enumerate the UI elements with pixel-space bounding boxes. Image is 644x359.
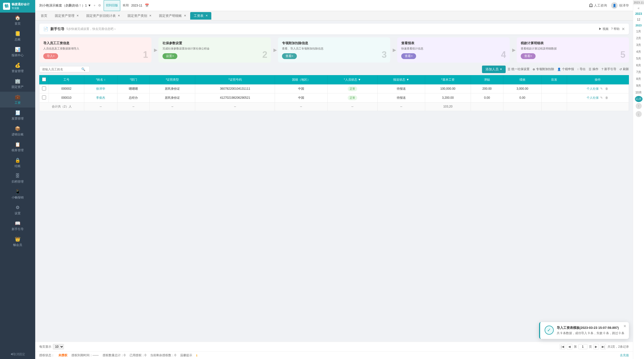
account-selector[interactable]: 刘小艳演示账套（勿删勿动！）1 ▼ xyxy=(39,3,91,8)
row1-id-type: 居民身份证 xyxy=(149,84,195,93)
month-3[interactable]: 3月 xyxy=(633,42,644,48)
step-2-btn[interactable]: 设置> xyxy=(163,53,177,59)
step-5-btn[interactable]: 查看> xyxy=(521,53,536,59)
sidebar-item-archive[interactable]: 🗄 归档管理 xyxy=(0,171,35,186)
row1-allowance: 200.00 xyxy=(471,84,503,93)
topbar-settings-icon[interactable]: ⚙ xyxy=(98,4,101,7)
month-4[interactable]: 4月 xyxy=(633,48,644,55)
intro-video-link[interactable]: ▶ 视频 xyxy=(599,27,609,31)
month-9[interactable]: 9月 xyxy=(633,82,644,89)
row2-delete-icon[interactable]: 🗑 xyxy=(605,96,608,99)
service-btn[interactable]: 🎧 人工咨询 xyxy=(589,3,607,8)
row2-edit-icon[interactable]: ✎ xyxy=(600,96,603,99)
sidebar-item-guide[interactable]: 📖 新手引导 xyxy=(0,218,35,234)
row2-insurance-link[interactable]: 个人社保 xyxy=(587,96,599,99)
row2-select[interactable] xyxy=(42,95,46,99)
nav-icon-1[interactable]: ↑ xyxy=(636,103,642,109)
sidebar-item-inventory[interactable]: 📦 进销台账 xyxy=(0,123,35,139)
step-4-btn[interactable]: 查看> xyxy=(401,53,416,59)
expand-panel-btn[interactable]: « xyxy=(637,5,641,11)
charge-link[interactable]: 去充值 xyxy=(620,353,629,357)
sidebar-pin-toggle[interactable]: ◀取消固定 xyxy=(0,350,35,359)
intro-close-btn[interactable]: ✕ xyxy=(622,27,625,31)
summary-dash-1: -- xyxy=(84,102,117,111)
month-8[interactable]: 8月 xyxy=(633,76,644,82)
row1-delete-icon[interactable]: 🗑 xyxy=(605,87,608,90)
year-label-main: 2023 xyxy=(635,11,642,17)
sidebar-item-ledger[interactable]: 📒 总账 xyxy=(0,28,35,44)
nav-icon-2[interactable]: ↓ xyxy=(636,111,642,117)
sidebar-item-tax[interactable]: 📋 税务管理 xyxy=(0,139,35,155)
tab-fixed-assets-close[interactable]: ✕ xyxy=(76,14,79,17)
tab-depreciation-close[interactable]: ✕ xyxy=(118,14,120,17)
tab-home[interactable]: 首页 xyxy=(37,12,51,20)
refresh-btn[interactable]: ↺ 刷新 xyxy=(619,67,629,71)
th-nationality: 国籍（地区） xyxy=(275,75,328,84)
sidebar-item-invoice[interactable]: 🧾 发票管理 xyxy=(0,108,35,123)
month-5[interactable]: 5月 xyxy=(633,55,644,62)
insurance-settings-btn[interactable]: ☰ 统一社保设置 xyxy=(508,67,530,71)
step-1-btn[interactable]: 导入> xyxy=(43,53,58,59)
select-all-checkbox[interactable] xyxy=(42,77,46,81)
content-area: 📄 新手引导 5步快速完成设置，快去完善信息吧～ ▶ 视频 ? 帮助 ✕ 导入员… xyxy=(35,21,633,342)
row1-select[interactable] xyxy=(42,86,46,90)
search-icon[interactable]: 🔍 xyxy=(81,67,85,71)
sidebar-item-finance[interactable]: 💰 资金管理 xyxy=(0,60,35,76)
help-label: 帮助 xyxy=(614,27,620,31)
add-employee-button[interactable]: 添加人员 ▼ xyxy=(482,66,506,73)
sidebar-item-fixed[interactable]: 🏢 固定资产 xyxy=(0,76,35,92)
tab-payroll-close[interactable]: ✕ xyxy=(206,14,208,17)
calendar-icon[interactable]: 📅 xyxy=(145,4,149,7)
tab-payroll[interactable]: 工资表 ✕ xyxy=(190,12,211,20)
logo-name: 畅捷通好会计 xyxy=(12,3,30,7)
prev-page-btn[interactable]: ◀ xyxy=(567,344,572,349)
step-cards: 导入员工工资信息 人员信息及工资数据新增导入 导入> 1 ▶ 社保参数设置 完成… xyxy=(39,37,629,63)
row2-name[interactable]: 李俊杰 xyxy=(84,93,117,102)
tab-category-close[interactable]: ✕ xyxy=(149,14,151,17)
toast-close-btn[interactable]: ✕ xyxy=(623,324,626,328)
tab-depreciation[interactable]: 固定资产折旧统计表 ✕ xyxy=(83,12,124,20)
special-deduct-label: 专项附加扣除 xyxy=(536,67,554,71)
month-2[interactable]: 2月 xyxy=(633,35,644,42)
tab-category[interactable]: 固定资产类别 ✕ xyxy=(124,12,155,20)
operations-btn[interactable]: ☰ 操作 xyxy=(589,67,598,71)
sidebar-item-report[interactable]: 📊 报表中心 xyxy=(0,44,35,60)
export-btn[interactable]: ↑ 导出 xyxy=(577,67,586,71)
last-page-btn[interactable]: ▶| xyxy=(600,344,606,349)
page-input[interactable] xyxy=(578,344,587,349)
sidebar-item-close[interactable]: 🔒 结账 xyxy=(0,155,35,171)
month-7[interactable]: 7月 xyxy=(633,69,644,76)
month-10[interactable]: 10月 xyxy=(633,89,644,96)
step-3-btn[interactable]: 查看> xyxy=(282,53,297,59)
row1-insurance-link[interactable]: 个人社保 xyxy=(587,87,599,90)
sidebar-label-payroll: 工资 xyxy=(15,101,21,105)
special-deduct-btn[interactable]: ⊕ 专项附加扣除 xyxy=(533,67,554,71)
search-input[interactable] xyxy=(42,68,80,71)
topbar-add-icon[interactable]: + xyxy=(94,4,96,7)
tab-detail-ledger-close[interactable]: ✕ xyxy=(184,14,186,17)
help-icon: ? xyxy=(611,27,613,31)
per-page-select[interactable]: 10 20 50 xyxy=(53,344,64,349)
th-id: 工号 xyxy=(49,75,84,84)
sidebar-item-home[interactable]: 🏠 首页 xyxy=(0,13,35,28)
month-1[interactable]: 1月 xyxy=(633,28,644,35)
tab-fixed-assets[interactable]: 固定资产管理 ✕ xyxy=(51,12,82,20)
sidebar-item-settings[interactable]: ⚙ 设置 xyxy=(0,202,35,218)
sidebar-item-member[interactable]: 👑 畅会员 xyxy=(0,234,35,250)
month-11-active[interactable]: 11月 xyxy=(635,96,642,102)
year-display: 2023.11 xyxy=(633,0,644,5)
tab-detail-ledger[interactable]: 固定资产明细账 ✕ xyxy=(155,12,190,20)
row1-name[interactable]: 徐泽华 xyxy=(84,84,117,93)
month-12-prev[interactable]: 12 xyxy=(633,17,644,23)
row1-edit-icon[interactable]: ✎ xyxy=(600,87,603,90)
sidebar-item-payroll[interactable]: 💼 工资 xyxy=(0,92,35,108)
sidebar-item-expense[interactable]: 📱 小畅报销 xyxy=(0,186,35,202)
tax-report-btn[interactable]: 👤 个税申报 xyxy=(557,67,574,71)
next-page-btn[interactable]: ▶ xyxy=(593,344,599,349)
switch-version-btn[interactable]: 切到旧版 xyxy=(104,0,120,11)
month-6[interactable]: 6月 xyxy=(633,62,644,69)
guide-btn[interactable]: ? 新手引导 xyxy=(601,67,616,71)
row2-checkbox xyxy=(39,93,49,102)
intro-help-link[interactable]: ? 帮助 xyxy=(611,27,620,31)
first-page-btn[interactable]: |◀ xyxy=(560,344,565,349)
